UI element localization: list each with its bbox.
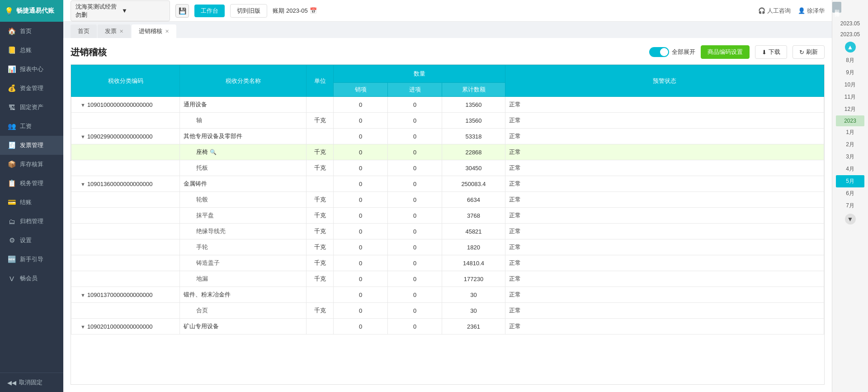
period-3[interactable]: 3月 [832, 151, 868, 163]
sidebar-item-reports[interactable]: 📊 报表中心 [0, 60, 63, 79]
tab-invoice[interactable]: 发票 ✕ [98, 24, 131, 38]
user-menu[interactable]: 👤 徐泽华 [798, 7, 825, 15]
row-code [71, 224, 180, 239]
row-status: 正常 [505, 208, 824, 224]
sidebar-item-settlement[interactable]: 💳 结账 [0, 193, 63, 212]
period-year-2[interactable]: 2023.05 [832, 29, 868, 40]
period-1[interactable]: 1月 [832, 126, 868, 139]
sidebar-item-inventory[interactable]: 📦 库存核算 [0, 155, 63, 174]
row-total: 1820 [442, 239, 505, 255]
period-6[interactable]: 6月 [832, 187, 868, 200]
company-selector[interactable]: 沈海英测试经营勿删 ▼ [71, 0, 170, 21]
sidebar-item-label: 总账 [20, 46, 32, 54]
tax-icon: 📋 [7, 179, 16, 187]
sidebar-item-home[interactable]: 🏠 首页 [0, 22, 63, 41]
tab-check[interactable]: 进销稽核 ✕ [132, 24, 176, 38]
row-code [71, 192, 180, 208]
expand-toggle-wrap: 全部展开 [649, 47, 695, 57]
period-5[interactable]: 5月 [836, 175, 864, 187]
sidebar-item-vip[interactable]: V 畅会员 [0, 269, 63, 288]
scroll-down-arrow[interactable]: ▼ [845, 214, 856, 225]
topbar: 沈海英测试经营勿删 ▼ 💾 工作台 切到旧版 账期 2023-05 📅 🎧 人工… [63, 0, 832, 22]
period-10[interactable]: 10月 [832, 79, 868, 91]
expand-toggle[interactable] [649, 47, 669, 57]
row-unit: 千克 [307, 192, 334, 208]
expand-icon[interactable]: ▼ [80, 102, 85, 108]
download-button[interactable]: ⬇ 下载 [755, 45, 787, 59]
calendar-icon: 📅 [310, 7, 317, 14]
row-status: 正常 [505, 113, 824, 129]
expand-icon[interactable]: ▼ [80, 182, 85, 187]
period-4[interactable]: 4月 [832, 163, 868, 175]
row-unit: 千克 [307, 113, 334, 129]
row-total: 53318 [442, 129, 505, 144]
sidebar-item-invoice[interactable]: 🧾 发票管理 [0, 136, 63, 155]
table-row: 座椅 🔍 千克 0 0 22868 正常 [71, 144, 824, 160]
sidebar-item-funds[interactable]: 💰 资金管理 [0, 79, 63, 98]
sidebar-item-salary[interactable]: 👥 工资 [0, 117, 63, 136]
col-status: 预警状态 [505, 65, 824, 97]
row-code [71, 255, 180, 271]
refresh-button[interactable]: ↻ 刷新 [793, 45, 825, 59]
row-purchase: 0 [388, 192, 442, 208]
row-purchase: 0 [388, 113, 442, 129]
row-sales: 0 [334, 255, 388, 271]
period-11[interactable]: 11月 [832, 91, 868, 103]
expand-icon[interactable]: ▼ [80, 292, 85, 298]
tab-invoice-close[interactable]: ✕ [119, 29, 123, 34]
period-year-1[interactable]: 2023.05 [832, 18, 868, 29]
period-9[interactable]: 9月 [832, 67, 868, 79]
panel-toggle[interactable]: 期间选择 [832, 2, 841, 13]
product-code-button[interactable]: 商品编码设置 [701, 45, 750, 59]
support-button[interactable]: 🎧 人工咨询 [758, 7, 791, 15]
sidebar-item-label: 资金管理 [20, 84, 43, 92]
row-sales: 0 [334, 208, 388, 224]
row-name: 轴 [180, 113, 307, 129]
expand-icon[interactable]: ▼ [80, 324, 85, 330]
sidebar-item-guide[interactable]: 🆕 新手引导 [0, 250, 63, 269]
period-7[interactable]: 7月 [832, 200, 868, 212]
row-status: 正常 [505, 176, 824, 192]
period-8[interactable]: 8月 [832, 54, 868, 67]
sidebar-item-label: 工资 [20, 122, 32, 130]
tab-home[interactable]: 首页 [71, 24, 97, 38]
row-name: 通用设备 [180, 97, 307, 113]
table-row: 地漏 千克 0 0 177230 正常 [71, 271, 824, 287]
row-purchase: 0 [388, 129, 442, 144]
sidebar-item-tax[interactable]: 📋 税务管理 [0, 174, 63, 193]
period-12[interactable]: 12月 [832, 103, 868, 115]
page-header: 进销稽核 全部展开 商品编码设置 ⬇ 下载 ↻ 刷新 [71, 45, 825, 59]
row-purchase: 0 [388, 287, 442, 303]
row-status: 正常 [505, 319, 824, 335]
table-row: 轴 千克 0 0 13560 正常 [71, 113, 824, 129]
sidebar-cancel-pin[interactable]: ◀◀ 取消固定 [0, 373, 63, 392]
row-purchase: 0 [388, 97, 442, 113]
tab-check-close[interactable]: ✕ [165, 29, 169, 34]
sidebar-logo: 💡 畅捷通易代账 [0, 0, 63, 22]
sidebar: 💡 畅捷通易代账 🏠 首页 📒 总账 📊 报表中心 💰 资金管理 🏗 固定资产 … [0, 0, 63, 392]
row-status: 正常 [505, 271, 824, 287]
row-name: 金属铸件 [180, 176, 307, 192]
settings-icon: ⚙ [7, 236, 16, 244]
row-total: 30450 [442, 160, 505, 176]
workbench-button[interactable]: 工作台 [194, 5, 225, 17]
period-2[interactable]: 2月 [832, 139, 868, 151]
switch-version-button[interactable]: 切到旧版 [230, 4, 267, 18]
sidebar-item-label: 税务管理 [20, 179, 43, 187]
row-name: 手轮 [180, 239, 307, 255]
row-purchase: 0 [388, 319, 442, 335]
sidebar-item-settings[interactable]: ⚙ 设置 [0, 231, 63, 250]
row-status: 正常 [505, 192, 824, 208]
row-name: 其他专用设备及零部件 [180, 129, 307, 144]
expand-icon[interactable]: ▼ [80, 134, 85, 139]
search-icon[interactable]: 🔍 [210, 149, 217, 155]
period-year-2023[interactable]: 2023 [836, 115, 864, 126]
period-label: 账期 [273, 7, 284, 15]
sidebar-item-archive[interactable]: 🗂 归档管理 [0, 212, 63, 231]
save-button[interactable]: 💾 [175, 4, 189, 18]
scroll-up-arrow[interactable]: ▲ [845, 42, 856, 53]
sidebar-item-ledger[interactable]: 📒 总账 [0, 41, 63, 60]
row-total: 3768 [442, 208, 505, 224]
sidebar-item-fixed-assets[interactable]: 🏗 固定资产 [0, 98, 63, 117]
row-name: 绝缘导线壳 [180, 224, 307, 239]
